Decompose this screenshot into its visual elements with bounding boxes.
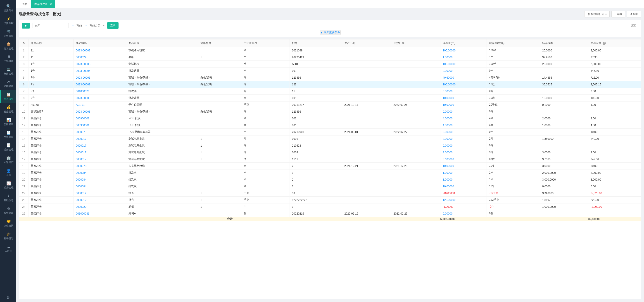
sidebar-item-collab[interactable]: 🤝 企业协同 — [0, 217, 16, 230]
cell-qty-main[interactable]: 10.00000 — [440, 163, 486, 170]
sidebar-item-basic[interactable]: ℹ 基础信息 — [0, 192, 16, 204]
sidebar-item-wholesale[interactable]: 📦 批发管理 — [0, 40, 16, 53]
warehouse-more-icon[interactable]: ··· — [72, 24, 74, 27]
cell-code[interactable]: 0000017 — [74, 135, 126, 142]
cell-qty-main[interactable]: 1.00000 — [440, 176, 486, 183]
cell-exp-date — [391, 183, 440, 190]
print-button[interactable]: 🖨 按模版打印 ▾ — [584, 11, 610, 18]
cell-warehouse: A01-01 — [28, 101, 74, 108]
cell-code[interactable]: 0000012 — [74, 197, 126, 203]
category-dropdown-icon[interactable]: ▾ — [103, 24, 104, 27]
cell-exp-date — [391, 170, 440, 176]
cell-qty-main[interactable]: -1.00000 — [440, 203, 486, 210]
sidebar-item-assets[interactable]: 💰 资金管理 — [0, 103, 16, 115]
filter-expand-btn[interactable]: ▶ — [22, 23, 30, 29]
cell-code[interactable]: 0000017 — [74, 156, 126, 163]
query-button[interactable]: 查询 — [107, 22, 118, 29]
cell-warehouse: 菖蜜辞仓 — [28, 115, 74, 122]
tab-inventory-batch[interactable]: 库存批次量 ✕ — [31, 0, 55, 8]
cell-code[interactable]: 0023-00008 — [74, 108, 126, 115]
sidebar-item-ops[interactable]: 📈 经营管理 — [0, 179, 16, 192]
cell-code[interactable]: 001000026 — [74, 88, 126, 95]
cell-code[interactable]: 000097 — [74, 129, 126, 135]
cell-code[interactable]: 001000031 — [74, 210, 126, 217]
cell-qty-main[interactable]: 0.00000 — [440, 88, 486, 95]
cell-qty-main[interactable]: 87.00000 — [440, 156, 486, 163]
cell-qty-main[interactable]: 1.00000 — [440, 170, 486, 176]
cell-qty-main[interactable]: 0.00000 — [440, 210, 486, 217]
cell-code[interactable]: 0000017 — [74, 142, 126, 149]
sidebar-item-fixed-assets[interactable]: 🏢 固定资产 — [0, 154, 16, 166]
cell-code[interactable]: 0000029 — [74, 54, 126, 61]
cell-qty-main[interactable]: 49.60000 — [440, 74, 486, 81]
refresh-button[interactable]: ↺ 刷新 — [627, 11, 641, 18]
warehouse-input[interactable] — [32, 23, 69, 28]
sidebar-item-cloud[interactable]: ☁ 云应用 — [0, 242, 16, 255]
col-settings[interactable]: ⚙ — [19, 39, 28, 47]
table-row: 18 菖蜜辞仓 0000078 多头黑色妆线 支 2 2021-12-21 20… — [19, 163, 641, 170]
cell-qty-main[interactable]: 1.00000 — [440, 54, 486, 61]
cell-code[interactable]: 0023-00005 — [74, 95, 126, 101]
tab-home[interactable]: 首页 — [19, 0, 31, 8]
col-qty-main: 现存量(主) — [440, 39, 486, 47]
sidebar-item-invoice[interactable]: 🧾 发票管理 — [0, 128, 16, 141]
cell-code[interactable]: 0023-00005 — [74, 68, 126, 74]
sidebar-item-purchase[interactable]: 🛍 采购管理 — [0, 78, 16, 90]
help-icon[interactable]: ? — [602, 42, 606, 45]
cell-qty-main[interactable]: 0.00000 — [440, 108, 486, 115]
cell-code[interactable]: 0023-0000... — [74, 61, 126, 68]
sidebar-item-ecommerce[interactable]: 💻 电商管理 — [0, 65, 16, 78]
cell-spec: 白色/奶糖 — [198, 81, 241, 88]
cell-qty-main[interactable]: 4.00000 — [440, 122, 486, 129]
cell-code[interactable]: 0000029 — [74, 203, 126, 210]
cell-qty-main[interactable]: 0.00000 — [440, 68, 486, 74]
cell-code[interactable]: 0000078 — [74, 163, 126, 170]
row-num: 9 — [19, 101, 28, 108]
cell-unit-cost: 333.0000 — [540, 190, 588, 197]
cell-code[interactable]: 000900001 — [74, 115, 126, 122]
cell-warehouse: 菖蜜辞仓 — [28, 135, 74, 142]
cell-qty-main[interactable]: 10.00000 — [440, 183, 486, 190]
tab-close-icon[interactable]: ✕ — [50, 3, 52, 6]
cell-qty-main[interactable]: 0.00000 — [440, 142, 486, 149]
cell-code[interactable]: 000900001 — [74, 122, 126, 129]
cell-code[interactable]: 0023-00008 — [74, 81, 126, 88]
expand-conditions-btn[interactable]: ▼ 展开更多条件 — [320, 30, 340, 35]
ecommerce-icon: 💻 — [2, 67, 16, 72]
cell-qty-main[interactable]: 122.00000 — [440, 197, 486, 203]
cell-code[interactable]: 0023-00005 — [74, 74, 126, 81]
sidebar-item-quicknav[interactable]: ⚡ 快捷导航 — [0, 15, 16, 27]
cell-code[interactable]: 0000084 — [74, 183, 126, 190]
sidebar-item-system[interactable]: ⚙ 系统管理 — [0, 204, 16, 217]
cell-qty-main[interactable]: 100.00000 — [440, 81, 486, 88]
cell-qty-main[interactable]: 2.00000 — [440, 135, 486, 142]
settings-button[interactable]: 设置 — [628, 23, 638, 28]
cell-qty-main[interactable]: 100.00000 — [440, 47, 486, 54]
cell-qty-main[interactable]: 100.00000 — [440, 61, 486, 68]
cell-qty-main[interactable]: 10.00000 — [440, 95, 486, 101]
cell-total-cost: 0.00 — [588, 183, 641, 190]
cell-qty-main[interactable]: -16.00000 — [440, 190, 486, 197]
cell-qty-main[interactable]: 0.00000 — [440, 129, 486, 135]
sidebar-item-tax[interactable]: 📑 税务管理 — [0, 141, 16, 154]
sidebar-item-ecommerce-small[interactable]: 🖥 小畅电商 — [0, 53, 16, 65]
cell-code[interactable]: 0000017 — [74, 149, 126, 156]
export-button[interactable]: ↑ 导出 — [612, 11, 625, 18]
cell-code[interactable]: 0023-00009 — [74, 47, 126, 54]
product-more-icon[interactable]: ··· — [84, 24, 87, 27]
cell-qty-main[interactable]: 3.00000 — [440, 149, 486, 156]
sidebar-item-search[interactable]: 🔍 搜索菜单 — [0, 2, 16, 15]
sidebar-item-retail[interactable]: 🛒 零售管理 — [0, 27, 16, 40]
sidebar-item-general[interactable]: 📊 总账管理 — [0, 115, 16, 128]
sidebar-settings[interactable]: ⚙ — [0, 293, 16, 302]
cell-code[interactable]: 0000084 — [74, 170, 126, 176]
cell-code[interactable]: 0000012 — [74, 190, 126, 197]
cell-code[interactable]: A01-01 — [74, 101, 126, 108]
sidebar-item-hr[interactable]: 👤 工资 — [0, 166, 16, 179]
sidebar-item-newguide[interactable]: 🎓 新手引导 — [0, 230, 16, 242]
cell-name: 多头黑色妆线 — [126, 163, 198, 170]
cell-code[interactable]: 0000084 — [74, 176, 126, 183]
cell-qty-main[interactable]: 4.00000 — [440, 115, 486, 122]
sidebar-item-inventory[interactable]: 📋 库存核查 — [0, 90, 16, 103]
cell-qty-main[interactable]: 10.00000 — [440, 101, 486, 108]
